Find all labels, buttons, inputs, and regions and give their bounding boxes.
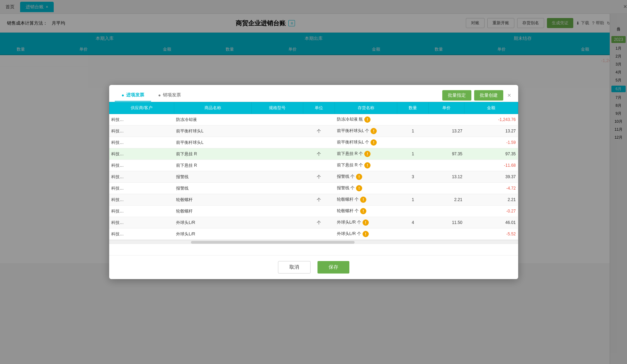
invoice-table: 供应商/客户 商品名称 规格型号 单位 存货名称 数量 单价 金额 科 <box>109 102 518 240</box>
table-cell: -5.52 <box>464 228 518 240</box>
table-cell <box>251 114 303 125</box>
warning-icon: ! <box>363 231 369 237</box>
table-row[interactable]: 科技…报警线个报警线 个!313.1239.37 <box>109 171 518 183</box>
table-cell: 前平衡杆球头L 个! <box>335 125 397 137</box>
table-cell <box>251 217 303 228</box>
warning-icon: ! <box>371 128 377 134</box>
table-cell <box>251 228 303 240</box>
table-cell: -11.68 <box>464 160 518 171</box>
table-row[interactable]: 科技…前下悬挂 R前下悬挂 R 个!-11.68 <box>109 160 518 171</box>
table-cell: 报警线 <box>174 183 251 194</box>
batch-assign-button[interactable]: 批量指定 <box>442 90 471 101</box>
table-row[interactable]: 科技…前平衡杆球头L前平衡杆球头L 个!-1.59 <box>109 137 518 148</box>
table-cell: 报警线 <box>174 171 251 183</box>
dialog-footer: 取消 保存 <box>109 255 518 279</box>
table-cell: 3 <box>397 171 429 183</box>
table-cell: 13.27 <box>429 125 464 137</box>
table-cell: 前平衡杆球头L <box>174 125 251 137</box>
table-cell: 1 <box>397 194 429 206</box>
warning-icon: ! <box>364 162 371 168</box>
table-cell: 科技… <box>109 171 174 183</box>
table-cell <box>251 171 303 183</box>
table-cell: 1 <box>397 148 429 160</box>
th-unit: 单位 <box>303 102 335 114</box>
dialog-table-body: 科技…防冻冷却液防冻冷却液 瓶!-1,243.76科技…前平衡杆球头L个前平衡杆… <box>109 114 518 240</box>
table-cell <box>303 228 335 240</box>
table-cell: 防冻冷却液 <box>174 114 251 125</box>
table-cell: 科技… <box>109 114 174 125</box>
table-cell: 轮毂螺杆 个! <box>335 206 397 217</box>
table-cell <box>397 114 429 125</box>
dialog-header: ● 进项发票 ● 销项发票 批量指定 批量创建 × <box>109 85 518 102</box>
table-cell <box>397 183 429 194</box>
table-cell: 轮毂螺杆 <box>174 194 251 206</box>
table-row[interactable]: 科技…报警线报警线 个!-4.72 <box>109 183 518 194</box>
table-cell: 2.21 <box>429 194 464 206</box>
table-cell: 科技… <box>109 160 174 171</box>
outbound-tab-icon: ● <box>158 93 161 98</box>
table-cell: 外球头L/R <box>174 228 251 240</box>
table-cell: -1.59 <box>464 137 518 148</box>
warning-icon: ! <box>364 151 371 157</box>
table-cell: 轮毂螺杆 个! <box>335 194 397 206</box>
th-product: 商品名称 <box>174 102 251 114</box>
horizontal-scroll-thumb[interactable] <box>191 241 355 244</box>
table-row[interactable]: 科技…前下悬挂 R个前下悬挂 R 个!197.3597.35 <box>109 148 518 160</box>
table-cell: 个 <box>303 217 335 228</box>
th-supplier: 供应商/客户 <box>109 102 174 114</box>
cancel-button[interactable]: 取消 <box>278 261 311 274</box>
table-cell: 科技… <box>109 217 174 228</box>
table-cell <box>429 206 464 217</box>
table-cell: 2.21 <box>464 194 518 206</box>
tab-outbound-invoice[interactable]: ● 销项发票 <box>151 89 188 102</box>
table-cell: 个 <box>303 171 335 183</box>
table-cell <box>251 194 303 206</box>
table-cell: 个 <box>303 125 335 137</box>
table-cell <box>397 228 429 240</box>
table-cell: 科技… <box>109 125 174 137</box>
table-cell <box>397 206 429 217</box>
table-row[interactable]: 科技…轮毂螺杆轮毂螺杆 个!-0.27 <box>109 206 518 217</box>
table-cell <box>429 137 464 148</box>
dialog-close-button[interactable]: × <box>506 92 513 99</box>
table-cell <box>303 183 335 194</box>
table-cell: 前下悬挂 R <box>174 148 251 160</box>
inbound-tab-label: 进项发票 <box>126 92 144 98</box>
warning-icon: ! <box>356 185 362 191</box>
th-unitprice: 单价 <box>429 102 464 114</box>
table-cell: 前平衡杆球头L <box>174 137 251 148</box>
table-cell: 科技… <box>109 183 174 194</box>
dialog-overlay: ● 进项发票 ● 销项发票 批量指定 批量创建 × <box>0 0 627 364</box>
table-cell: 个 <box>303 194 335 206</box>
table-row[interactable]: 科技…外球头L/R个外球头L/R 个!411.5046.01 <box>109 217 518 228</box>
save-button[interactable]: 保存 <box>317 261 349 274</box>
table-cell: 防冻冷却液 瓶! <box>335 114 397 125</box>
th-inventory: 存货名称 <box>335 102 397 114</box>
table-row[interactable]: 科技…轮毂螺杆个轮毂螺杆 个!12.212.21 <box>109 194 518 206</box>
table-cell: 97.35 <box>429 148 464 160</box>
table-row[interactable]: 科技…防冻冷却液防冻冷却液 瓶!-1,243.76 <box>109 114 518 125</box>
page-wrapper: 首页 进销台账 × × 销售成本计算方法： 月平均 商贸企业进销台账 ≡ 对账 … <box>0 0 627 364</box>
batch-create-button[interactable]: 批量创建 <box>474 90 503 101</box>
dialog-scroll-area[interactable]: 供应商/客户 商品名称 规格型号 单位 存货名称 数量 单价 金额 科 <box>109 102 518 255</box>
table-cell <box>397 137 429 148</box>
table-row[interactable]: 科技…前平衡杆球头L个前平衡杆球头L 个!113.2713.27 <box>109 125 518 137</box>
inbound-tab-icon: ● <box>122 93 124 98</box>
table-cell <box>429 228 464 240</box>
table-cell: 科技… <box>109 228 174 240</box>
table-cell: 个 <box>303 148 335 160</box>
table-cell: 前下悬挂 R 个! <box>335 160 397 171</box>
dialog-table: 供应商/客户 商品名称 规格型号 单位 存货名称 数量 单价 金额 科 <box>109 102 518 240</box>
table-header-row: 供应商/客户 商品名称 规格型号 单位 存货名称 数量 单价 金额 <box>109 102 518 114</box>
table-cell: 11.50 <box>429 217 464 228</box>
table-row[interactable]: 科技…外球头L/R外球头L/R 个!-5.52 <box>109 228 518 240</box>
table-cell: -0.27 <box>464 206 518 217</box>
horizontal-scrollbar[interactable] <box>109 240 518 244</box>
table-cell: 46.01 <box>464 217 518 228</box>
dialog: ● 进项发票 ● 销项发票 批量指定 批量创建 × <box>109 85 518 279</box>
table-cell <box>251 206 303 217</box>
tab-inbound-invoice[interactable]: ● 进项发票 <box>115 89 151 102</box>
table-cell <box>429 183 464 194</box>
table-cell: 报警线 个! <box>335 183 397 194</box>
table-cell <box>303 206 335 217</box>
